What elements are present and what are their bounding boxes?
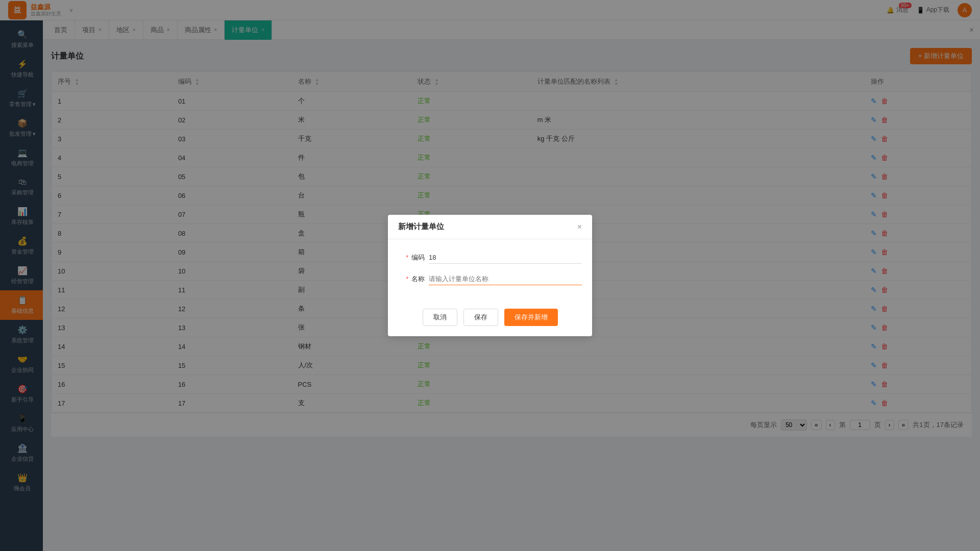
- save-button[interactable]: 保存: [463, 309, 498, 326]
- modal-header: 新增计量单位 ×: [388, 215, 592, 239]
- required-star-name: *: [406, 275, 408, 283]
- modal-close-btn[interactable]: ×: [577, 222, 582, 232]
- form-item-name: * 名称: [398, 273, 582, 285]
- modal-footer: 取消 保存 保存并新增: [388, 303, 592, 336]
- form-item-code: * 编码: [398, 252, 582, 264]
- modal-title: 新增计量单位: [398, 222, 444, 232]
- name-label: * 名称: [398, 274, 429, 284]
- modal-body: * 编码 * 名称: [388, 239, 592, 303]
- required-star-code: *: [406, 254, 408, 261]
- name-input[interactable]: [429, 273, 582, 285]
- save-new-button[interactable]: 保存并新增: [504, 309, 558, 326]
- add-unit-modal: 新增计量单位 × * 编码 * 名称 取消 保存 保存并新增: [388, 215, 592, 336]
- code-input[interactable]: [429, 252, 582, 264]
- cancel-button[interactable]: 取消: [423, 309, 457, 326]
- modal-overlay: 新增计量单位 × * 编码 * 名称 取消 保存 保存并新增: [0, 0, 980, 551]
- code-label: * 编码: [398, 253, 429, 262]
